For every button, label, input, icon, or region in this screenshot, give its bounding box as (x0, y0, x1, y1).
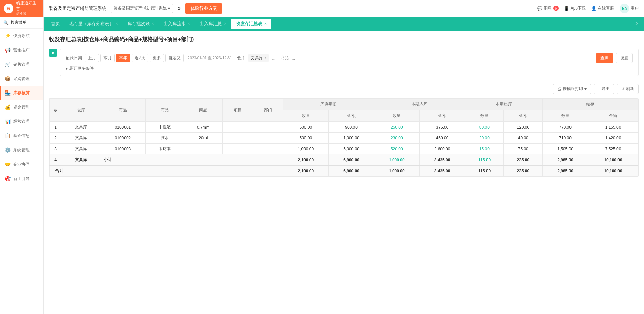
sub-out-qty[interactable]: 115.00 (465, 154, 504, 166)
row-out-amt: 40.00 (504, 133, 543, 144)
sidebar-search[interactable]: 🔍 搜索菜单 (0, 17, 43, 29)
inventory-icon: 🏪 (4, 90, 11, 96)
row-in-qty[interactable]: 250.00 (374, 122, 419, 133)
tab-出入库汇总[interactable]: 出入库汇总× (195, 19, 231, 29)
chevron-down-icon: ▾ (168, 6, 170, 11)
user-item[interactable]: Ea 用户 (620, 4, 639, 13)
row-bal-qty: 710.00 (543, 133, 588, 144)
logo-title: 畅捷通好生意 (16, 1, 39, 11)
online-service-item[interactable]: 👤 在线客服 (591, 5, 614, 11)
tab-首页[interactable]: 首页 (46, 19, 65, 29)
row-out-qty[interactable]: 80.00 (465, 122, 504, 133)
refresh-button[interactable]: ↺ 刷新 (617, 84, 639, 94)
sub-open-qty: 2,100.00 (283, 154, 329, 166)
sidebar-item-quick-nav[interactable]: ⚡ 快捷导航 (0, 29, 43, 43)
th-dept: 部门 (253, 99, 283, 122)
tab-现存量（库存分布表）[interactable]: 现存量（库存分布表）× (65, 19, 123, 29)
total-open-amt: 6,900.00 (329, 165, 374, 177)
try-industry-button[interactable]: 体验行业方案 (185, 3, 222, 14)
system-selector[interactable]: 装备及固定资产辅助管理系统 ▾ (111, 4, 173, 13)
quick-nav-icon: ⚡ (4, 33, 11, 39)
total-bal-qty: 2,985.00 (543, 165, 588, 177)
date-btn-自定义[interactable]: 自定义 (165, 54, 184, 62)
row-dept (253, 144, 283, 154)
tab-出入库流水[interactable]: 出入库流水× (159, 19, 195, 29)
date-btn-本月[interactable]: 本月 (100, 54, 115, 62)
date-btn-上月[interactable]: 上月 (85, 54, 99, 62)
th-settings[interactable]: ⚙ (50, 99, 62, 122)
sidebar-logo: 6 畅捷通好生意 标准版 (0, 0, 43, 17)
row-bal-qty: 1,505.00 (543, 144, 588, 154)
date-filter: 记账日期 上月本月本年近7天更多自定义 2023-01-01 至 2023-12… (66, 54, 232, 62)
date-btn-本年[interactable]: 本年 (116, 54, 130, 62)
logo-icon: 6 (4, 4, 13, 13)
row-goods-name: 中性笔 (146, 122, 184, 133)
row-out-qty[interactable]: 20.00 (465, 133, 504, 144)
message-badge: 6 (553, 6, 559, 11)
th-open-qty: 数量 (283, 110, 329, 122)
print-button[interactable]: 🖨 按模板打印 ▾ (553, 84, 591, 94)
sidebar-item-finance[interactable]: 💰 资金管理 (0, 100, 43, 114)
tab-close-icon[interactable]: × (264, 21, 267, 26)
expand-label: 展开更多条件 (69, 66, 94, 71)
th-opening-group: 库存期初 (283, 99, 374, 110)
warehouse-tag-close[interactable]: × (264, 56, 266, 60)
warehouse-more[interactable]: ... (272, 56, 275, 61)
gear-icon[interactable]: ⚙ (177, 6, 181, 11)
sidebar: 6 畅捷通好生意 标准版 🔍 搜索菜单 ⚡ 快捷导航 📢 营销推广 🛒 销售管理… (0, 0, 44, 314)
app-download-label: App下载 (571, 5, 586, 11)
sidebar-item-base[interactable]: 📋 基础信息 (0, 129, 43, 143)
row-in-qty[interactable]: 230.00 (374, 133, 419, 144)
query-button[interactable]: 查询 (596, 53, 613, 63)
row-in-qty[interactable]: 520.00 (374, 144, 419, 154)
sidebar-item-collab[interactable]: 🤝 企业协同 (0, 157, 43, 171)
sidebar-item-purchase[interactable]: 📦 采购管理 (0, 71, 43, 86)
sub-in-qty[interactable]: 1,000.00 (374, 154, 419, 166)
th-out-amt: 金额 (504, 110, 543, 122)
row-seq: 1 (50, 122, 62, 133)
message-item[interactable]: 💬 消息 6 (537, 5, 559, 11)
operations-icon: 📊 (4, 118, 11, 125)
print-dropdown-icon: ▾ (584, 87, 587, 92)
app-download-item[interactable]: 📱 App下载 (564, 5, 586, 11)
sidebar-item-operations[interactable]: 📊 经营管理 (0, 114, 43, 129)
sidebar-item-label-system: 系统管理 (13, 147, 30, 153)
sales-icon: 🛒 (4, 61, 11, 67)
date-group: 上月本月本年近7天更多自定义 (85, 54, 184, 62)
warehouse-label: 仓库 (237, 55, 245, 61)
expand-icon: ▾ (66, 66, 68, 71)
date-btn-近7天[interactable]: 近7天 (132, 54, 148, 62)
tab-close-icon[interactable]: × (116, 21, 118, 26)
export-button[interactable]: ↓ 导出 (594, 84, 614, 94)
sidebar-item-marketing[interactable]: 📢 营销推广 (0, 43, 43, 57)
tab-收发存汇总表[interactable]: 收发存汇总表× (231, 19, 271, 29)
online-service-label: 在线客服 (598, 5, 614, 11)
system-icon: ⚙️ (4, 147, 11, 153)
tab-close-icon[interactable]: × (188, 21, 190, 26)
row-goods-code: 0100002 (100, 133, 146, 144)
tab-库存批次账[interactable]: 库存批次账× (123, 19, 159, 29)
row-bal-amt: 7,525.00 (588, 144, 638, 154)
row-project (222, 122, 253, 133)
goods-more[interactable]: ... (292, 56, 295, 61)
sidebar-item-sales[interactable]: 🛒 销售管理 (0, 57, 43, 71)
tab-close-all-button[interactable]: × (633, 19, 641, 28)
filter-bar: 记账日期 上月本月本年近7天更多自定义 2023-01-01 至 2023-12… (60, 49, 639, 76)
expand-button[interactable]: ▾ 展开更多条件 (66, 66, 633, 71)
collab-icon: 🤝 (4, 161, 11, 167)
sidebar-item-system[interactable]: ⚙️ 系统管理 (0, 143, 43, 157)
row-out-qty[interactable]: 15.00 (465, 144, 504, 154)
tabbar: 首页现存量（库存分布表）×库存批次账×出入库流水×出入库汇总×收发存汇总表×× (44, 17, 644, 31)
sidebar-item-inventory[interactable]: 🏪 库存核算 (0, 86, 43, 100)
sidebar-item-guide[interactable]: 🎯 新手引导 (0, 171, 43, 186)
tab-close-icon[interactable]: × (152, 21, 154, 26)
toolbar: 🖨 按模板打印 ▾ ↓ 导出 ↺ 刷新 (49, 84, 639, 94)
filter-settings-button[interactable]: 设置 (616, 53, 633, 63)
filter-collapse-button[interactable]: ▶ (49, 49, 57, 57)
tab-close-icon[interactable]: × (224, 21, 226, 26)
sidebar-item-label-guide: 新手引导 (13, 176, 30, 182)
tab-label: 出入库汇总 (200, 21, 222, 27)
logo-sub: 标准版 (16, 12, 39, 16)
date-btn-更多[interactable]: 更多 (150, 54, 164, 62)
row-open-qty: 1,000.00 (283, 144, 329, 154)
